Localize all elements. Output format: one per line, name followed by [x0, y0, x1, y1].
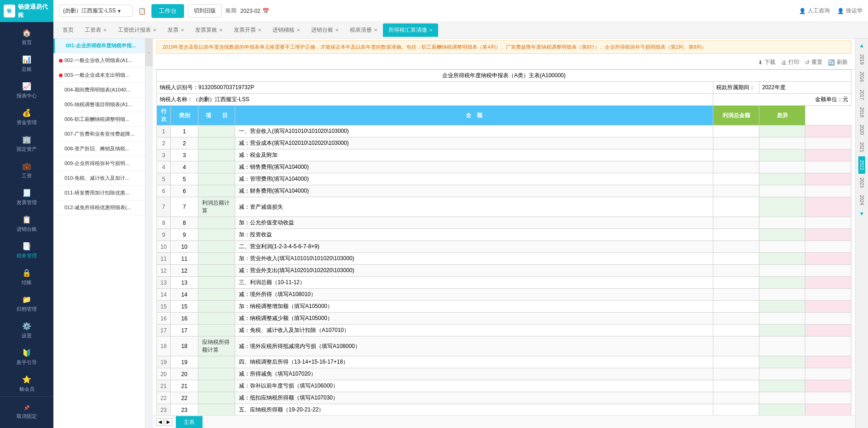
- tab-salary[interactable]: 工资表✕: [79, 23, 112, 37]
- cell-diff[interactable]: [805, 217, 851, 229]
- tab-sales-account[interactable]: 进销台账✕: [306, 23, 344, 37]
- cell-amount[interactable]: [713, 337, 759, 356]
- sidebar-item-salary[interactable]: 💼工资: [0, 157, 53, 184]
- cell-profit-amount[interactable]: [759, 253, 805, 265]
- left-panel-item-011[interactable]: 011-研发费用加计扣除优惠...: [53, 186, 145, 200]
- cell-profit-amount[interactable]: [759, 380, 805, 392]
- timeline-year-2019[interactable]: 2019: [858, 51, 865, 68]
- tab-invoice-calc[interactable]: 发票算账✕: [190, 23, 228, 37]
- cell-amount[interactable]: [713, 265, 759, 277]
- cell-diff[interactable]: [805, 277, 851, 289]
- cell-diff[interactable]: [805, 137, 851, 149]
- cell-profit-amount[interactable]: [759, 217, 805, 229]
- cell-amount[interactable]: [713, 301, 759, 313]
- nav-right-arrow[interactable]: ▶: [165, 418, 172, 426]
- cell-profit-amount[interactable]: [759, 161, 805, 173]
- cell-amount[interactable]: [713, 313, 759, 325]
- cell-profit-amount[interactable]: [759, 356, 805, 368]
- cell-diff[interactable]: [805, 380, 851, 392]
- cell-amount[interactable]: [713, 392, 759, 404]
- sidebar-item-archive[interactable]: 📁归档管理: [0, 291, 53, 317]
- tab-home[interactable]: 首页: [57, 23, 79, 37]
- tab-invoice-open[interactable]: 发票开票✕: [228, 23, 267, 37]
- cell-diff[interactable]: [805, 197, 851, 217]
- tab-invoice-mgr[interactable]: 发票✕: [162, 23, 190, 37]
- cell-amount[interactable]: [713, 185, 759, 197]
- cell-diff[interactable]: [805, 161, 851, 173]
- tab-salary-stat[interactable]: 工资统计报表✕: [112, 23, 162, 37]
- collapse-panel-button[interactable]: ‹: [145, 39, 153, 66]
- timeline-year-2018[interactable]: 2018: [858, 103, 865, 121]
- timeline-year-2021[interactable]: 2021: [858, 138, 865, 156]
- sidebar-item-close[interactable]: 🔒结账: [0, 264, 53, 291]
- sidebar-item-member[interactable]: ⭐畅会员: [0, 371, 53, 396]
- left-panel-item-004[interactable]: 004-期间费用明细表(A1040...: [53, 83, 145, 97]
- unpin-button[interactable]: 📌 取消固定: [2, 401, 52, 423]
- tab-close-salary-stat[interactable]: ✕: [153, 28, 156, 33]
- cell-diff[interactable]: [805, 289, 851, 301]
- cell-amount[interactable]: [713, 126, 759, 137]
- cell-diff[interactable]: [805, 229, 851, 241]
- sidebar-item-assets[interactable]: 🏢固定资产: [0, 131, 53, 157]
- download-button[interactable]: ⬇ 下载: [758, 58, 775, 66]
- tab-sales-ledger[interactable]: 进销稽核✕: [267, 23, 306, 37]
- sidebar-item-fund[interactable]: 💰资金管理: [0, 104, 53, 131]
- cell-profit-amount[interactable]: [759, 337, 805, 356]
- cell-amount[interactable]: [713, 173, 759, 185]
- tab-tax-calc[interactable]: 所得税汇算清缴✕: [383, 23, 438, 37]
- cell-amount[interactable]: [713, 289, 759, 301]
- print-button[interactable]: 🖨 打印: [781, 58, 799, 66]
- timeline-year-2022[interactable]: 2022: [858, 156, 865, 174]
- tab-close-salary[interactable]: ✕: [103, 28, 107, 33]
- sidebar-item-sales[interactable]: 📋进销台账: [0, 211, 53, 237]
- cell-profit-amount[interactable]: [759, 313, 805, 325]
- cell-diff[interactable]: [805, 253, 851, 265]
- sidebar-item-home[interactable]: 🏠首页: [0, 24, 53, 51]
- cell-profit-amount[interactable]: [759, 126, 805, 137]
- cell-profit-amount[interactable]: [759, 404, 805, 416]
- table-container[interactable]: 企业所得税年度纳税申报表（A类）主表(A100000)纳税人识别号：913205…: [153, 69, 855, 415]
- sheet-tab-main[interactable]: 主表: [176, 416, 203, 428]
- document-icon[interactable]: 📋: [136, 6, 148, 17]
- tab-close-invoice-mgr[interactable]: ✕: [180, 28, 184, 33]
- timeline-year-2023[interactable]: 2023: [858, 174, 865, 191]
- cell-amount[interactable]: [713, 149, 759, 161]
- cell-amount[interactable]: [713, 368, 759, 380]
- nav-left-arrow[interactable]: ◀: [156, 418, 164, 426]
- refresh-button[interactable]: 🔄 刷新: [828, 58, 848, 66]
- cell-amount[interactable]: [713, 197, 759, 217]
- cell-profit-amount[interactable]: [759, 197, 805, 217]
- tab-close-invoice-open[interactable]: ✕: [258, 28, 261, 33]
- sidebar-item-ledger[interactable]: 📊总账: [0, 51, 53, 77]
- left-panel-item-009[interactable]: 009-企业所得税弥补亏损明...: [53, 156, 145, 171]
- cell-amount[interactable]: [713, 356, 759, 368]
- cell-amount[interactable]: [713, 277, 759, 289]
- left-panel-item-006[interactable]: 006-职工薪酬纳税调整明细...: [53, 112, 145, 127]
- left-panel-item-010[interactable]: 010-免税、减计收入及加计...: [53, 171, 145, 186]
- left-panel-item-008[interactable]: 008-资产折旧、摊销及纳税...: [53, 142, 145, 156]
- timeline-year-2024[interactable]: 2024: [858, 191, 865, 209]
- cell-amount[interactable]: [713, 217, 759, 229]
- left-panel-item-002[interactable]: 002-一般企业收入明细表(A1...: [53, 53, 145, 68]
- sidebar-item-settings[interactable]: ⚙️设置: [0, 317, 53, 344]
- cell-amount[interactable]: [713, 241, 759, 253]
- cell-diff[interactable]: [805, 404, 851, 416]
- workbench-button[interactable]: 工作台: [151, 4, 184, 18]
- company-selector[interactable]: (勿删）江西服宝-LSS ▾: [59, 5, 133, 17]
- left-panel-item-012[interactable]: 012-减免所得税优惠明细表(...: [53, 200, 145, 215]
- switch-version-button[interactable]: 切到旧版: [188, 4, 222, 17]
- cell-diff[interactable]: [805, 337, 851, 356]
- cell-profit-amount[interactable]: [759, 325, 805, 337]
- tab-close-tax-calc[interactable]: ✕: [429, 28, 433, 33]
- cell-amount[interactable]: [713, 380, 759, 392]
- sidebar-item-guide[interactable]: 🔰新手引导: [0, 344, 53, 371]
- tab-tax-clear[interactable]: 税表清册✕: [344, 23, 383, 37]
- sidebar-item-tax[interactable]: 📑税务管理: [0, 237, 53, 264]
- tab-close-tax-clear[interactable]: ✕: [374, 28, 377, 33]
- timeline-down-arrow[interactable]: ▼: [857, 209, 867, 219]
- cell-profit-amount[interactable]: [759, 137, 805, 149]
- cell-amount[interactable]: [713, 325, 759, 337]
- cell-diff[interactable]: [805, 241, 851, 253]
- cell-profit-amount[interactable]: [759, 368, 805, 380]
- cell-profit-amount[interactable]: [759, 149, 805, 161]
